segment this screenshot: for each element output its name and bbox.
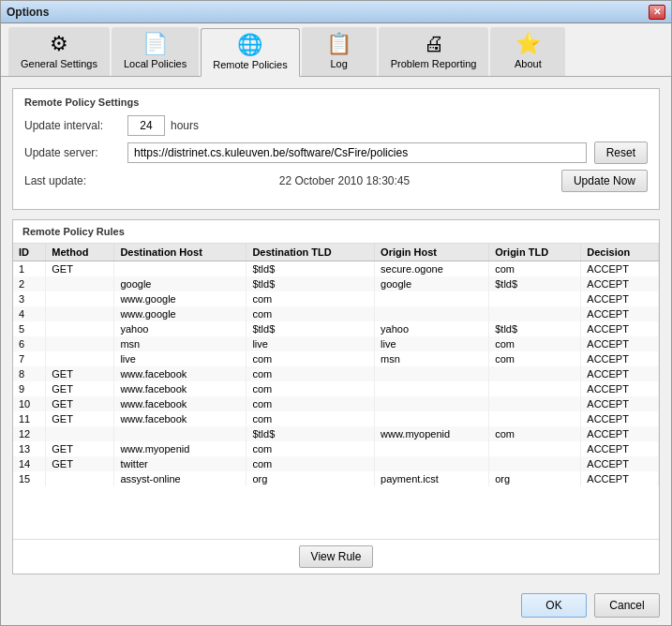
view-rule-button[interactable]: View Rule bbox=[299, 545, 374, 568]
table-cell: www.myopenid bbox=[114, 441, 246, 456]
table-cell: ACCEPT bbox=[581, 366, 659, 381]
update-server-input[interactable] bbox=[127, 142, 587, 163]
table-cell: com bbox=[246, 456, 375, 471]
table-cell: 1 bbox=[13, 261, 46, 277]
tab-general-label: General Settings bbox=[21, 58, 97, 69]
table-cell: com bbox=[246, 396, 375, 411]
table-cell bbox=[489, 291, 581, 306]
window-title: Options bbox=[7, 6, 49, 19]
tab-log[interactable]: 📋 Log bbox=[302, 27, 377, 76]
table-cell bbox=[489, 441, 581, 456]
table-cell bbox=[46, 426, 114, 441]
table-cell: 6 bbox=[13, 336, 46, 351]
table-cell: GET bbox=[46, 261, 114, 277]
table-cell bbox=[489, 456, 581, 471]
update-interval-unit: hours bbox=[171, 119, 199, 132]
table-cell: com bbox=[246, 306, 375, 321]
table-row[interactable]: 7livecommsncomACCEPT bbox=[13, 351, 659, 366]
table-row[interactable]: 12$tld$www.myopenidcomACCEPT bbox=[13, 426, 659, 441]
table-cell: GET bbox=[46, 441, 114, 456]
last-update-label: Last update: bbox=[24, 174, 127, 187]
table-row[interactable]: 14GETtwittercomACCEPT bbox=[13, 456, 659, 471]
table-cell: twitter bbox=[114, 456, 246, 471]
table-cell: GET bbox=[46, 411, 114, 426]
table-cell: com bbox=[489, 336, 581, 351]
table-cell: com bbox=[246, 381, 375, 396]
rules-group: Remote Policy Rules ID Method Destinatio… bbox=[12, 219, 660, 574]
rules-group-title: Remote Policy Rules bbox=[13, 220, 659, 243]
bottom-bar: OK Cancel bbox=[1, 586, 671, 625]
cancel-button[interactable]: Cancel bbox=[594, 593, 660, 618]
table-cell bbox=[489, 396, 581, 411]
table-row[interactable]: 1GET$tld$secure.ogonecomACCEPT bbox=[13, 261, 659, 277]
col-origin-tld: Origin TLD bbox=[489, 244, 581, 261]
table-cell: ACCEPT bbox=[581, 276, 659, 291]
table-cell bbox=[375, 441, 489, 456]
close-button[interactable]: ✕ bbox=[649, 5, 665, 20]
update-now-button[interactable]: Update Now bbox=[561, 170, 648, 192]
table-cell: GET bbox=[46, 381, 114, 396]
table-cell: ACCEPT bbox=[581, 381, 659, 396]
table-cell: 3 bbox=[13, 291, 46, 306]
ok-button[interactable]: OK bbox=[521, 593, 587, 618]
table-row[interactable]: 8GETwww.facebookcomACCEPT bbox=[13, 366, 659, 381]
table-cell: ACCEPT bbox=[581, 456, 659, 471]
table-cell bbox=[375, 411, 489, 426]
table-cell: $tld$ bbox=[246, 426, 375, 441]
tab-problem[interactable]: 🖨 Problem Reporting bbox=[379, 27, 489, 76]
table-cell: ACCEPT bbox=[581, 396, 659, 411]
table-cell: org bbox=[246, 471, 375, 486]
table-row[interactable]: 10GETwww.facebookcomACCEPT bbox=[13, 396, 659, 411]
table-cell bbox=[46, 336, 114, 351]
table-cell: www.facebook bbox=[114, 366, 246, 381]
table-row[interactable]: 9GETwww.facebookcomACCEPT bbox=[13, 381, 659, 396]
tab-general[interactable]: ⚙ General Settings bbox=[8, 27, 110, 76]
rules-table-container: ID Method Destination Host Destination T… bbox=[13, 243, 659, 574]
table-cell: payment.icst bbox=[375, 471, 489, 486]
gear-icon: ⚙ bbox=[50, 32, 68, 56]
update-interval-input[interactable] bbox=[127, 115, 165, 136]
tab-bar: ⚙ General Settings 📄 Local Policies 🌐 Re… bbox=[1, 23, 671, 77]
table-cell: 11 bbox=[13, 411, 46, 426]
table-cell: com bbox=[246, 351, 375, 366]
table-cell: ACCEPT bbox=[581, 351, 659, 366]
table-row[interactable]: 6msnlivelivecomACCEPT bbox=[13, 336, 659, 351]
table-cell: www.myopenid bbox=[375, 426, 489, 441]
table-cell: 13 bbox=[13, 441, 46, 456]
table-row[interactable]: 3www.googlecomACCEPT bbox=[13, 291, 659, 306]
table-cell: assyst-online bbox=[114, 471, 246, 486]
table-cell bbox=[114, 426, 246, 441]
table-cell bbox=[489, 306, 581, 321]
table-row[interactable]: 11GETwww.facebookcomACCEPT bbox=[13, 411, 659, 426]
table-cell: msn bbox=[114, 336, 246, 351]
options-window: Options ✕ ⚙ General Settings 📄 Local Pol… bbox=[0, 0, 672, 626]
table-cell: www.facebook bbox=[114, 381, 246, 396]
col-decision: Decision bbox=[581, 244, 659, 261]
tab-problem-label: Problem Reporting bbox=[391, 58, 477, 69]
table-row[interactable]: 15assyst-onlineorgpayment.icstorgACCEPT bbox=[13, 471, 659, 486]
table-cell: $tld$ bbox=[489, 321, 581, 336]
table-cell: 9 bbox=[13, 381, 46, 396]
table-row[interactable]: 4www.googlecomACCEPT bbox=[13, 306, 659, 321]
table-cell: ACCEPT bbox=[581, 321, 659, 336]
table-row[interactable]: 5yahoo$tld$yahoo$tld$ACCEPT bbox=[13, 321, 659, 336]
rules-table-scroll[interactable]: ID Method Destination Host Destination T… bbox=[13, 244, 659, 539]
tab-remote[interactable]: 🌐 Remote Policies bbox=[201, 28, 299, 77]
reset-button[interactable]: Reset bbox=[594, 142, 648, 164]
table-cell: secure.ogone bbox=[375, 261, 489, 277]
col-dest-host: Destination Host bbox=[114, 244, 246, 261]
table-row[interactable]: 13GETwww.myopenidcomACCEPT bbox=[13, 441, 659, 456]
tab-local[interactable]: 📄 Local Policies bbox=[112, 27, 199, 76]
table-cell: ACCEPT bbox=[581, 471, 659, 486]
table-cell bbox=[375, 366, 489, 381]
tab-about[interactable]: ⭐ About bbox=[490, 27, 565, 76]
table-cell: 14 bbox=[13, 456, 46, 471]
printer-icon: 🖨 bbox=[424, 32, 444, 56]
table-cell: com bbox=[489, 426, 581, 441]
table-row[interactable]: 2google$tld$google$tld$ACCEPT bbox=[13, 276, 659, 291]
settings-group: Remote Policy Settings Update interval: … bbox=[12, 88, 660, 210]
table-cell: live bbox=[375, 336, 489, 351]
table-cell: msn bbox=[375, 351, 489, 366]
update-interval-label: Update interval: bbox=[24, 119, 127, 132]
table-cell: com bbox=[246, 366, 375, 381]
